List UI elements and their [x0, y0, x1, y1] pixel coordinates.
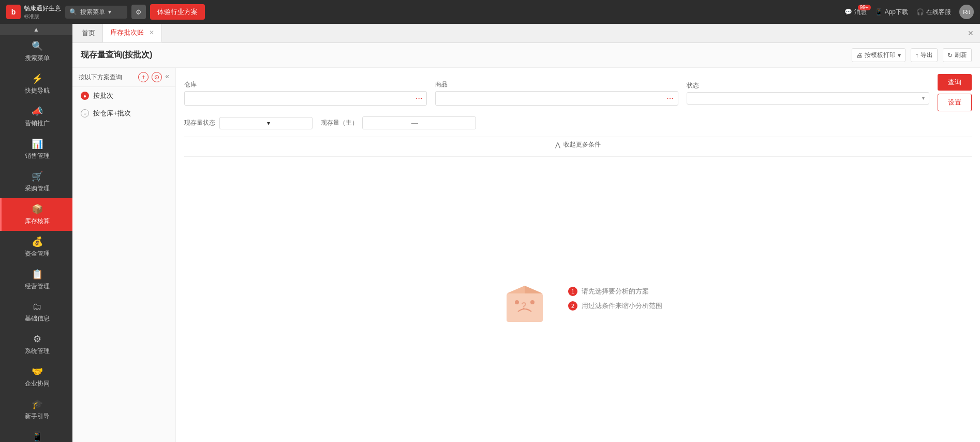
- status-filter-group: 状态 ▾: [687, 81, 929, 105]
- sidebar-item-quick-nav[interactable]: ⚡ 快捷导航: [0, 68, 72, 100]
- finance-icon: 💰: [32, 236, 43, 247]
- warehouse-input[interactable]: [189, 95, 413, 102]
- sidebar-label-sales: 销售管理: [25, 152, 50, 160]
- status-dropdown-icon[interactable]: ▾: [922, 95, 925, 101]
- print-label: 按模板打印: [865, 51, 896, 60]
- search-dropdown-icon: ▾: [108, 8, 111, 16]
- app-download-button[interactable]: 📱 App下载: [875, 8, 908, 17]
- sidebar-item-marketing[interactable]: 📣 营销推广: [0, 100, 72, 133]
- sidebar-scroll-up[interactable]: ▲: [0, 24, 72, 35]
- empty-illustration: ?: [494, 268, 556, 330]
- page-header: 现存量查询(按批次) 🖨 按模板打印 ▾ ↑ 导出 ↻ 刷新: [72, 43, 980, 68]
- goods-dots[interactable]: ···: [666, 94, 673, 103]
- sales-icon: 📊: [32, 138, 43, 150]
- quick-nav-icon: ⚡: [32, 73, 43, 84]
- tab-inventory-batch[interactable]: 库存批次账 ✕: [103, 24, 162, 42]
- app-version: 标准版: [24, 13, 61, 20]
- message-button[interactable]: 💬 消息 99+: [844, 8, 867, 17]
- print-dropdown-icon: ▾: [898, 52, 901, 59]
- enterprise-icon: 🤝: [32, 366, 43, 377]
- empty-svg: ?: [496, 270, 553, 327]
- sidebar-item-guide[interactable]: 🎓 新手引导: [0, 393, 72, 426]
- phone-icon: 📱: [875, 8, 883, 16]
- sidebar-label-operation: 经营管理: [25, 282, 50, 291]
- filter-item-by-batch[interactable]: ● 按批次: [72, 87, 175, 105]
- goods-input-wrapper[interactable]: ···: [435, 91, 678, 106]
- gear-icon: ⚙: [136, 8, 142, 16]
- svg-point-3: [515, 300, 519, 304]
- sidebar-item-sales[interactable]: 📊 销售管理: [0, 133, 72, 166]
- query-button[interactable]: 查询: [938, 74, 972, 91]
- settings-gear-button[interactable]: ⚙: [131, 5, 146, 19]
- sidebar-item-enterprise[interactable]: 🤝 企业协同: [0, 361, 72, 393]
- empty-state: ? 1 请先选择要分析的方案 2 用过滤条件来缩小分析范围: [184, 161, 972, 436]
- warehouse-label: 仓库: [184, 80, 427, 89]
- sidebar-item-inventory[interactable]: 📦 库存核算: [0, 198, 72, 231]
- menu-search-bar[interactable]: 🔍 搜索菜单 ▾: [65, 6, 127, 19]
- warehouse-input-wrapper[interactable]: ···: [184, 91, 427, 106]
- stock-main-min-input[interactable]: [367, 120, 408, 127]
- sidebar-label-quick-nav: 快捷导航: [25, 86, 50, 95]
- trial-button[interactable]: 体验行业方案: [150, 4, 205, 20]
- filter-row-1: 仓库 ··· 商品 ···: [184, 74, 972, 111]
- sidebar-item-system[interactable]: ⚙ 系统管理: [0, 328, 72, 361]
- refresh-button[interactable]: ↻ 刷新: [943, 48, 972, 62]
- filter-row-2: 现存量状态 ▾ 现存量（主） —: [184, 116, 972, 129]
- collapse-filter-button[interactable]: «: [165, 72, 169, 82]
- warehouse-dots[interactable]: ···: [415, 94, 422, 103]
- operation-icon: 📋: [32, 269, 43, 280]
- svg-point-4: [530, 300, 534, 304]
- tab-home[interactable]: 首页: [75, 24, 103, 42]
- settings-button[interactable]: 设置: [938, 94, 972, 111]
- stock-main-max-input[interactable]: [421, 120, 463, 127]
- avatar: Rit: [959, 5, 974, 19]
- sidebar-label-finance: 资金管理: [25, 249, 50, 258]
- filter-header-icons: + ⊙ «: [138, 72, 169, 82]
- goods-filter-group: 商品 ···: [435, 80, 678, 106]
- export-icon: ↑: [915, 52, 918, 59]
- export-button[interactable]: ↑ 导出: [911, 48, 938, 62]
- filter-header-label: 按以下方案查询: [79, 73, 122, 82]
- sidebar-label-marketing: 营销推广: [25, 119, 50, 128]
- sidebar-label-system: 系统管理: [25, 347, 50, 356]
- page-actions: 🖨 按模板打印 ▾ ↑ 导出 ↻ 刷新: [852, 48, 972, 62]
- search-bar-label: 搜索菜单: [80, 8, 105, 17]
- stock-main-label: 现存量（主）: [321, 119, 358, 127]
- settings-scheme-button[interactable]: ⊙: [152, 72, 162, 82]
- goods-input[interactable]: [440, 95, 664, 102]
- headset-icon: 🎧: [916, 8, 924, 16]
- content-area: 首页 库存批次账 ✕ ✕ 现存量查询(按批次) 🖨 按模板打印 ▾: [72, 24, 980, 442]
- user-profile-button[interactable]: Rit: [959, 5, 974, 19]
- refresh-label: 刷新: [955, 51, 967, 60]
- filter-item-by-warehouse-batch[interactable]: ○ 按仓库+批次: [72, 105, 175, 122]
- collapse-icon: ⋀: [555, 141, 560, 149]
- sidebar-item-finance[interactable]: 💰 资金管理: [0, 231, 72, 263]
- tab-close-icon[interactable]: ✕: [149, 29, 154, 36]
- print-icon: 🖨: [856, 52, 863, 59]
- hint-1-text: 请先选择要分析的方案: [582, 287, 649, 296]
- apps-icon: 📱: [32, 431, 43, 442]
- logo-text-area: 畅康通好生意 标准版: [24, 4, 61, 20]
- svg-text:?: ?: [521, 301, 527, 311]
- sidebar-label-inventory: 库存核算: [25, 217, 50, 226]
- collapse-more-button[interactable]: ⋀ 收起更多条件: [184, 137, 972, 152]
- status-input[interactable]: [691, 95, 920, 102]
- marketing-icon: 📣: [32, 106, 43, 117]
- sidebar-item-apps[interactable]: 📱 应用中心: [0, 426, 72, 442]
- sidebar-label-purchase: 采购管理: [25, 184, 50, 193]
- stock-status-label: 现存量状态: [184, 119, 215, 127]
- sidebar-item-operation[interactable]: 📋 经营管理: [0, 263, 72, 296]
- sidebar-item-basic[interactable]: 🗂 基础信息: [0, 296, 72, 328]
- sidebar-label-guide: 新手引导: [25, 412, 50, 421]
- close-panel-button[interactable]: ✕: [961, 25, 980, 41]
- stock-status-select[interactable]: ▾: [219, 117, 313, 129]
- filter-active-dot: ●: [81, 92, 89, 100]
- warehouse-filter-group: 仓库 ···: [184, 80, 427, 106]
- sidebar-item-purchase[interactable]: 🛒 采购管理: [0, 166, 72, 198]
- online-service-button[interactable]: 🎧 在线客服: [916, 8, 951, 17]
- tab-home-label: 首页: [82, 28, 95, 38]
- print-button[interactable]: 🖨 按模板打印 ▾: [852, 48, 905, 62]
- status-input-wrapper[interactable]: ▾: [687, 92, 929, 105]
- sidebar-item-search[interactable]: 🔍 搜索菜单: [0, 35, 72, 68]
- add-scheme-button[interactable]: +: [138, 72, 149, 82]
